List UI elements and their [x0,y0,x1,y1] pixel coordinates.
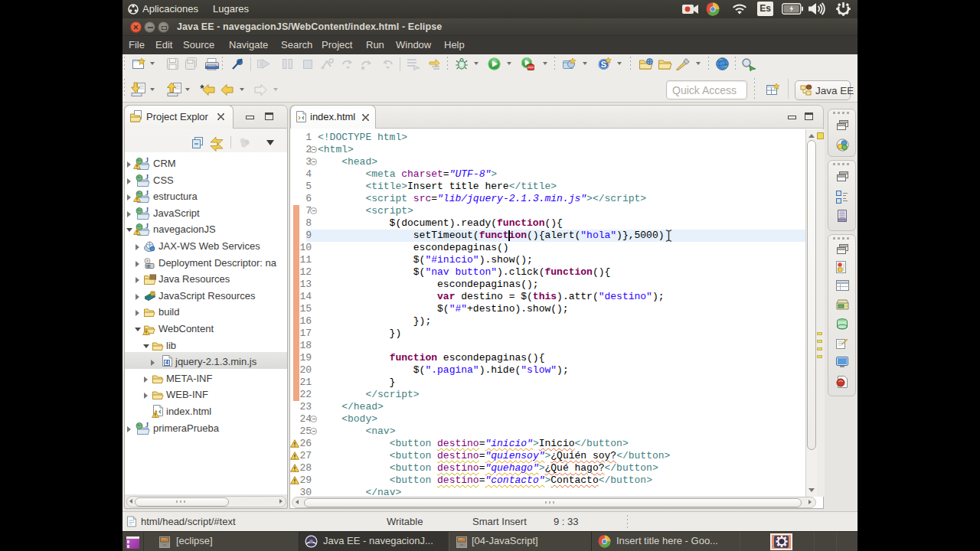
svg-text:S: S [601,60,606,69]
